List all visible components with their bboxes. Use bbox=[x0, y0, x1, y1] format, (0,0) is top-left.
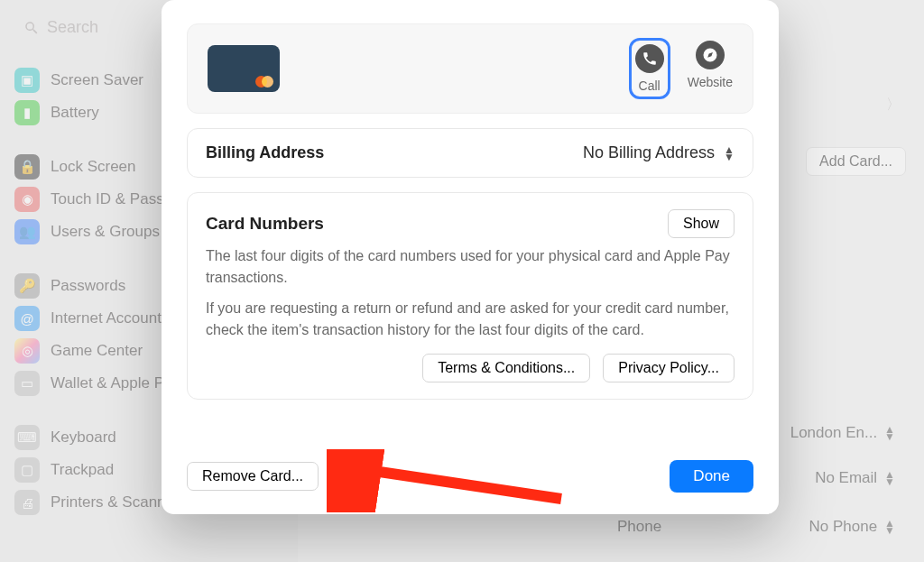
trackpad-icon: ▢ bbox=[14, 457, 40, 483]
phone-label: Phone bbox=[617, 518, 661, 536]
keyboard-icon: ⌨ bbox=[14, 425, 40, 450]
call-label: Call bbox=[639, 78, 661, 93]
show-button[interactable]: Show bbox=[668, 209, 735, 238]
card-numbers-section: Card Numbers Show The last four digits o… bbox=[187, 192, 753, 400]
phone-icon bbox=[635, 44, 664, 73]
billing-value: No Billing Address bbox=[583, 143, 715, 162]
search-placeholder: Search bbox=[47, 18, 98, 37]
battery-icon: ▮ bbox=[14, 100, 40, 125]
card-details-sheet: Call Website Billing Address No Billing … bbox=[162, 0, 779, 514]
done-button[interactable]: Done bbox=[670, 460, 753, 493]
billing-address-row[interactable]: Billing Address No Billing Address ▲▼ bbox=[187, 128, 753, 178]
email-value: No Email bbox=[815, 469, 877, 487]
terms-button[interactable]: Terms & Conditions... bbox=[422, 354, 590, 382]
website-action[interactable]: Website bbox=[688, 41, 733, 89]
at-icon: @ bbox=[14, 306, 40, 331]
screensaver-icon: ▣ bbox=[14, 68, 40, 93]
users-icon: 👥 bbox=[14, 219, 40, 244]
billing-label: Billing Address bbox=[206, 143, 324, 162]
search-icon bbox=[23, 20, 40, 36]
mastercard-logo-icon bbox=[255, 76, 273, 88]
lock-icon: 🔒 bbox=[14, 154, 40, 180]
updown-icon[interactable]: ▲▼ bbox=[884, 471, 895, 485]
updown-icon[interactable]: ▲▼ bbox=[884, 520, 895, 534]
card-numbers-desc2: If you are requesting a return or refund… bbox=[206, 298, 735, 341]
updown-icon[interactable]: ▲▼ bbox=[724, 146, 735, 161]
card-thumbnail bbox=[208, 45, 280, 92]
phone-value: No Phone bbox=[808, 518, 877, 536]
wallet-icon: ▭ bbox=[14, 371, 40, 396]
card-numbers-title: Card Numbers bbox=[206, 214, 324, 234]
compass-icon bbox=[696, 41, 725, 69]
fingerprint-icon: ◉ bbox=[14, 187, 40, 212]
gamecenter-icon: ◎ bbox=[14, 338, 40, 364]
key-icon: 🔑 bbox=[14, 273, 40, 299]
add-card-button[interactable]: Add Card... bbox=[806, 147, 906, 176]
card-numbers-desc1: The last four digits of the card numbers… bbox=[206, 245, 735, 289]
call-action[interactable]: Call bbox=[632, 41, 668, 97]
chevron-right-icon: 〉 bbox=[886, 96, 901, 115]
address-value: London En... bbox=[790, 424, 877, 442]
website-label: Website bbox=[688, 75, 733, 89]
updown-icon[interactable]: ▲▼ bbox=[884, 426, 895, 440]
printer-icon: 🖨 bbox=[14, 490, 40, 515]
privacy-button[interactable]: Privacy Policy... bbox=[603, 354, 735, 382]
card-header: Call Website bbox=[187, 23, 753, 114]
remove-card-button[interactable]: Remove Card... bbox=[187, 462, 319, 491]
